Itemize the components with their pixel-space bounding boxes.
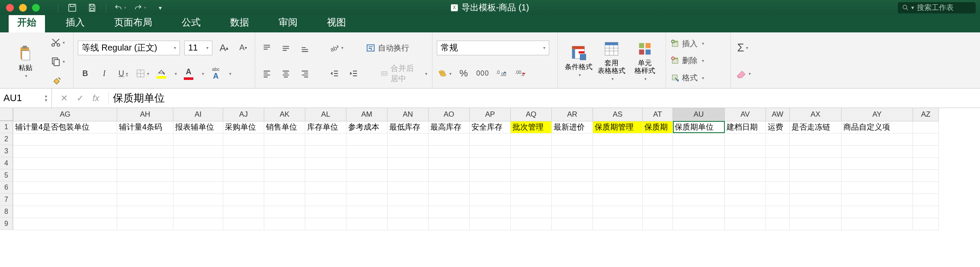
cell[interactable] [470,157,511,169]
cell[interactable]: 库存单位 [305,121,346,133]
cell[interactable] [388,133,429,145]
cell[interactable]: 运费 [766,121,790,133]
fill-color-button[interactable] [154,66,169,81]
cell[interactable] [429,181,470,194]
align-right-button[interactable] [298,66,312,81]
cell[interactable] [117,169,173,181]
cell[interactable]: 批次管理 [511,121,552,133]
comma-style-button[interactable]: 000 [475,66,490,81]
cell[interactable] [913,181,939,194]
cell[interactable] [388,157,429,169]
cell[interactable] [13,157,117,169]
cell[interactable] [173,145,223,157]
cancel-formula-button[interactable]: ✕ [61,93,68,103]
cell[interactable] [429,157,470,169]
cell[interactable] [673,133,725,145]
column-header[interactable]: AJ [223,108,264,121]
cell[interactable] [725,218,766,230]
cell[interactable] [552,218,593,230]
zoom-window-button[interactable] [32,4,40,12]
cell[interactable] [643,194,673,206]
accept-formula-button[interactable]: ✓ [77,93,84,103]
phonetic-button[interactable]: abc A [208,66,223,81]
autosum-button[interactable]: Σ▾ [735,41,750,55]
cell[interactable] [264,133,305,145]
spreadsheet-grid[interactable]: 123456789 AGAHAIAJAKALAMANAOAPAQARASATAU… [0,108,980,267]
column-header[interactable]: AR [552,108,593,121]
name-box[interactable]: AU1 ▲▼ [0,89,52,108]
cell[interactable] [223,157,264,169]
column-header[interactable]: AY [842,108,913,121]
cell[interactable] [264,206,305,218]
cell[interactable] [346,218,388,230]
cell[interactable] [913,145,939,157]
cell[interactable] [913,194,939,206]
cell[interactable] [552,133,593,145]
cell[interactable] [429,133,470,145]
tab-review[interactable]: 审阅 [270,13,306,32]
cell[interactable] [305,194,346,206]
cell[interactable] [117,157,173,169]
cell[interactable] [511,145,552,157]
italic-button[interactable]: I [97,66,112,81]
cell[interactable] [264,194,305,206]
row-header[interactable]: 1 [0,121,13,133]
cell[interactable] [13,218,117,230]
cell[interactable] [593,218,643,230]
increase-decimal-button[interactable]: .0.00 [494,66,509,81]
cell[interactable] [264,181,305,194]
tab-home[interactable]: 开始 [9,13,45,32]
column-header[interactable]: AQ [511,108,552,121]
format-cells-button[interactable]: 格式▾ [670,70,705,85]
formula-input[interactable]: 保质期单位 [109,91,980,105]
cell[interactable]: 采购单位 [223,121,264,133]
cell[interactable] [305,169,346,181]
cell[interactable] [552,145,593,157]
cell[interactable] [766,206,790,218]
cell[interactable] [223,145,264,157]
row-header[interactable]: 4 [0,157,13,169]
chevron-down-icon[interactable]: ▾ [202,71,204,76]
cell[interactable] [173,157,223,169]
increase-font-button[interactable]: A▴ [217,41,231,55]
cell[interactable] [790,218,842,230]
column-header[interactable]: AO [429,108,470,121]
column-header[interactable]: AP [470,108,511,121]
tab-page-layout[interactable]: 页面布局 [106,13,161,32]
cell[interactable] [673,169,725,181]
row-header[interactable]: 7 [0,194,13,206]
cell[interactable] [13,133,117,145]
cell[interactable] [725,206,766,218]
chevron-down-icon[interactable]: ▾ [749,71,751,76]
column-header[interactable]: AX [790,108,842,121]
cell[interactable] [470,181,511,194]
cell[interactable] [223,133,264,145]
align-left-button[interactable] [259,66,274,81]
cell[interactable]: 参考成本 [346,121,388,133]
cell[interactable] [673,206,725,218]
cell[interactable]: 辅计量4条码 [117,121,173,133]
cell[interactable] [346,157,388,169]
column-header[interactable]: AS [593,108,643,121]
cell[interactable] [223,218,264,230]
cell[interactable]: 保质期单位 [673,121,725,133]
cell[interactable] [725,194,766,206]
cell-styles-button[interactable]: 单元 格样式 ▾ [628,40,661,81]
column-header[interactable]: AU [673,108,725,121]
insert-cells-button[interactable]: 插入▾ [670,36,705,51]
cell[interactable] [305,145,346,157]
merge-center-button[interactable]: 合并后居中 ▾ [380,66,428,81]
column-header[interactable]: AV [725,108,766,121]
cell[interactable] [673,181,725,194]
cell[interactable] [117,194,173,206]
cell[interactable] [173,133,223,145]
close-window-button[interactable] [6,4,14,12]
cell[interactable] [643,206,673,218]
percent-button[interactable]: % [456,66,471,81]
redo-button[interactable]: ▾ [134,3,146,13]
cell[interactable] [117,133,173,145]
cell[interactable] [643,133,673,145]
cell[interactable] [223,206,264,218]
number-format-combo[interactable]: 常规 ▾ [437,41,549,55]
decrease-decimal-button[interactable]: .00.0 [513,66,528,81]
